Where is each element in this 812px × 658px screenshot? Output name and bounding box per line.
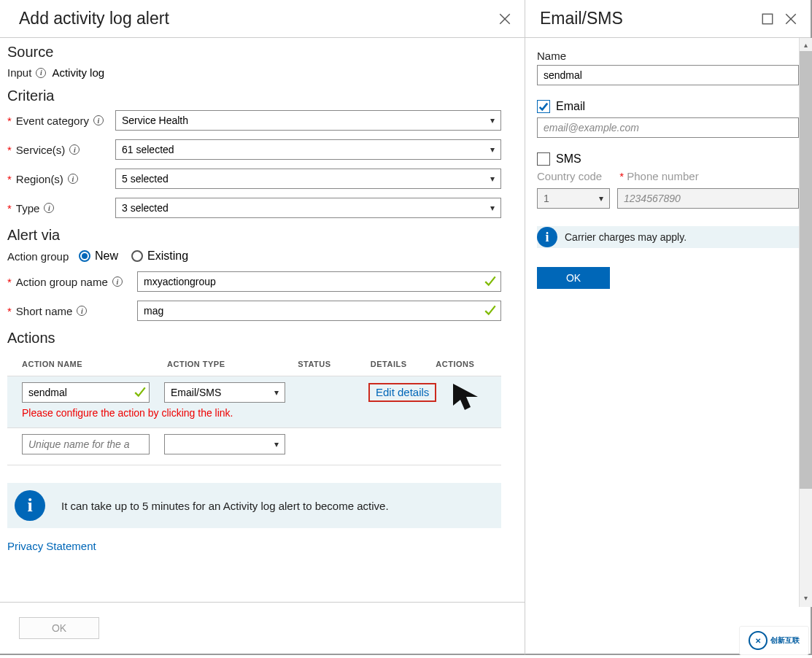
input-row: Input i Activity log	[7, 66, 501, 79]
input-value: Activity log	[52, 66, 104, 79]
cursor-arrow-icon	[450, 384, 488, 413]
radio-existing[interactable]: Existing	[131, 249, 188, 263]
info-banner: i It can take up to 5 minutes for an Act…	[7, 483, 501, 528]
svg-rect-3	[762, 14, 773, 24]
chevron-down-icon: ▾	[274, 439, 279, 449]
scrollbar-thumb[interactable]	[800, 51, 812, 489]
col-actions: ACTIONS	[436, 360, 494, 368]
right-title: Email/SMS	[540, 9, 623, 28]
action-group-name-input[interactable]	[137, 271, 501, 292]
name-input[interactable]	[537, 65, 799, 85]
action-row-empty: ▾	[7, 428, 501, 465]
chevron-down-icon: ▾	[490, 115, 495, 125]
add-alert-panel: Add activity log alert Source Input i Ac…	[0, 0, 525, 655]
ok-button[interactable]: OK	[537, 267, 610, 289]
services-label: Service(s)	[16, 144, 66, 156]
chevron-down-icon: ▾	[490, 174, 495, 184]
alertvia-heading: Alert via	[7, 227, 501, 244]
left-title: Add activity log alert	[19, 9, 169, 28]
action-row-1: Email/SMS ▾ Edit details	[7, 376, 501, 406]
regions-label: Region(s)	[16, 173, 63, 185]
scrollbar[interactable]: ▴ ▾	[799, 38, 812, 607]
col-details: DETAILS	[371, 360, 436, 368]
info-icon[interactable]: i	[69, 144, 80, 155]
info-icon[interactable]: i	[112, 276, 123, 287]
col-action-name: ACTION NAME	[22, 360, 167, 368]
source-heading: Source	[7, 44, 501, 61]
right-header: Email/SMS	[525, 0, 811, 38]
phone-input	[617, 188, 799, 209]
right-body: Name Email SMS Country code * Phone numb…	[525, 38, 811, 289]
radio-circle-checked-icon	[79, 250, 90, 262]
sms-checkbox[interactable]	[537, 152, 550, 166]
criteria-heading: Criteria	[7, 88, 501, 104]
email-sms-panel: Email/SMS Name Email SMS Country code	[525, 0, 812, 655]
ok-button-disabled: OK	[19, 617, 99, 639]
sms-label: SMS	[556, 152, 581, 166]
scroll-down-icon[interactable]: ▾	[800, 591, 812, 604]
info-icon[interactable]: i	[44, 203, 54, 213]
maximize-icon[interactable]	[759, 11, 776, 27]
info-large-icon: i	[15, 490, 45, 521]
short-name-input[interactable]	[137, 301, 501, 321]
name-label: Name	[537, 50, 799, 62]
actions-table-head: ACTION NAME ACTION TYPE STATUS DETAILS A…	[7, 352, 501, 376]
action-type-select-empty[interactable]: ▾	[164, 434, 285, 454]
left-body: Source Input i Activity log Criteria * E…	[0, 38, 525, 602]
scroll-up-icon[interactable]: ▴	[800, 38, 812, 51]
action-group-name-label: Action group name	[16, 276, 108, 288]
radio-new[interactable]: New	[79, 249, 118, 263]
phone-label: Phone number	[627, 170, 698, 182]
check-valid-icon	[484, 274, 497, 287]
services-dropdown[interactable]: 61 selected ▾	[115, 139, 501, 160]
close-icon[interactable]	[783, 11, 799, 27]
input-label: Input	[7, 66, 31, 79]
chevron-down-icon: ▾	[599, 193, 603, 204]
info-icon[interactable]: i	[77, 306, 87, 316]
regions-dropdown[interactable]: 5 selected ▾	[115, 169, 501, 189]
action-group-label: Action group	[7, 250, 79, 263]
type-dropdown[interactable]: 3 selected ▾	[115, 198, 501, 218]
email-label: Email	[556, 100, 585, 113]
actions-heading: Actions	[7, 330, 501, 347]
action-name-input[interactable]	[22, 382, 150, 403]
privacy-link[interactable]: Privacy Statement	[7, 540, 96, 552]
configure-message: Please configure the action by clicking …	[7, 406, 501, 428]
short-name-label: Short name	[16, 305, 73, 317]
svg-marker-2	[453, 384, 478, 410]
event-category-dropdown[interactable]: Service Health ▾	[115, 110, 501, 131]
edit-details-link[interactable]: Edit details	[368, 383, 436, 402]
chevron-down-icon: ▾	[490, 203, 495, 213]
info-icon[interactable]: i	[93, 115, 104, 125]
country-label: Country code	[537, 170, 602, 182]
info-small-icon: i	[537, 227, 557, 247]
left-footer: OK	[0, 602, 525, 654]
watermark: ✕ 创新互联	[739, 626, 809, 655]
col-status: STATUS	[298, 360, 371, 368]
check-valid-icon	[484, 303, 497, 317]
close-icon[interactable]	[497, 11, 513, 27]
action-name-input-empty[interactable]	[22, 434, 150, 454]
chevron-down-icon: ▾	[274, 387, 279, 398]
chevron-down-icon: ▾	[490, 144, 495, 155]
country-code-select[interactable]: 1 ▾	[537, 188, 610, 209]
event-category-label: Event category	[16, 115, 89, 127]
radio-circle-icon	[131, 250, 143, 262]
info-icon[interactable]: i	[36, 68, 46, 78]
left-header: Add activity log alert	[0, 0, 525, 38]
action-type-select[interactable]: Email/SMS ▾	[164, 382, 285, 403]
email-input[interactable]	[537, 117, 799, 138]
info-icon[interactable]: i	[68, 174, 78, 184]
carrier-banner: i Carrier charges may apply.	[537, 226, 799, 248]
col-action-type: ACTION TYPE	[167, 360, 298, 368]
email-checkbox[interactable]	[537, 100, 550, 113]
check-valid-icon	[134, 385, 147, 398]
type-label: Type	[16, 202, 40, 214]
